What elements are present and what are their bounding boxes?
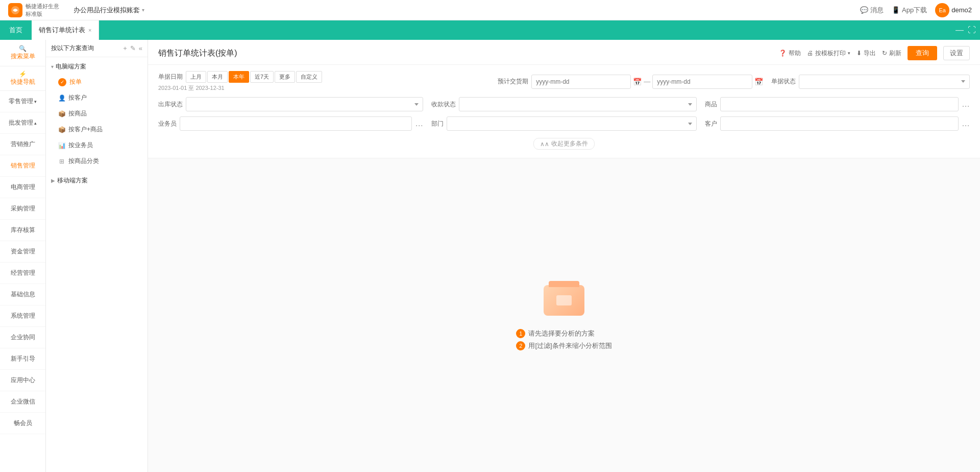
page-actions: ❓ 帮助 🖨 按模板打印 ▾ ⬇ 导出 ↻ 刷新 xyxy=(779,46,970,60)
product-label: 商品 xyxy=(705,100,717,109)
desktop-scheme-group: ▾ 电脑端方案 ✓ 按单 👤 按客户 📦 按商品 📦 按客户+商品 xyxy=(46,57,148,171)
dept-label: 部门 xyxy=(431,120,444,128)
sidebar-item-finance[interactable]: 资金管理 xyxy=(0,241,45,263)
scheme-item-by-customer-product[interactable]: 📦 按客户+商品 xyxy=(46,122,148,137)
collapse-icon: ∧∧ xyxy=(540,140,549,148)
customer-picker-button[interactable]: … xyxy=(962,119,970,128)
download-icon: 📱 xyxy=(892,6,900,14)
scheme-item-by-product[interactable]: 📦 按商品 xyxy=(46,106,148,122)
sidebar-item-inventory[interactable]: 库存核算 xyxy=(0,220,45,241)
query-button[interactable]: 查询 xyxy=(908,46,937,60)
left-panel-header: 按以下方案查询 + ✎ « xyxy=(46,40,148,57)
7days-button[interactable]: 近7天 xyxy=(250,71,274,83)
sidebar-item-purchase[interactable]: 采购管理 xyxy=(0,198,45,220)
product-input[interactable] xyxy=(720,97,959,111)
scheme-item-by-order[interactable]: ✓ 按单 xyxy=(46,74,148,90)
page-header: 销售订单统计表(按单) ❓ 帮助 🖨 按模板打印 ▾ ⬇ 导出 xyxy=(148,40,980,65)
curr-month-button[interactable]: 本月 xyxy=(207,71,228,83)
empty-tip-2: 2 用[过滤]条件来缩小分析范围 xyxy=(516,341,611,350)
expected-date-start[interactable] xyxy=(531,75,631,89)
sidebar-item-apps[interactable]: 应用中心 xyxy=(0,370,45,391)
sidebar-item-wechat[interactable]: 企业微信 xyxy=(0,391,45,413)
staff-picker-button[interactable]: … xyxy=(415,119,423,128)
settings-button[interactable]: 设置 xyxy=(943,46,970,60)
expected-date-end[interactable] xyxy=(652,75,752,89)
filter-customer: 客户 … xyxy=(705,116,970,131)
app-title-area[interactable]: 办公用品行业模拟账套 ▾ xyxy=(74,6,144,15)
product-icon: 📦 xyxy=(58,110,65,117)
tab-minimize-icon[interactable]: — xyxy=(955,26,964,35)
sidebar-item-basics[interactable]: 基础信息 xyxy=(0,284,45,305)
product-picker-button[interactable]: … xyxy=(962,100,970,109)
tab-active[interactable]: 销售订单统计表 × xyxy=(32,20,99,40)
filter-dept: 部门 xyxy=(431,116,696,131)
user-area[interactable]: Ea demo2 xyxy=(935,3,972,17)
scheme-active-icon: ✓ xyxy=(58,78,66,86)
filter-bill-status: 单据状态 xyxy=(771,75,970,89)
empty-tip-1: 1 请先选择要分析的方案 xyxy=(516,329,611,338)
prev-month-button[interactable]: 上月 xyxy=(186,71,206,83)
message-button[interactable]: 💬 消息 xyxy=(860,6,884,15)
scheme-item-by-staff[interactable]: 📊 按业务员 xyxy=(46,137,148,153)
empty-state: 1 请先选择要分析的方案 2 用[过滤]条件来缩小分析范围 xyxy=(148,158,980,472)
dept-select[interactable] xyxy=(447,116,696,131)
help-button[interactable]: ❓ 帮助 xyxy=(779,49,801,58)
sidebar-item-ecommerce[interactable]: 电商管理 xyxy=(0,177,45,198)
tab-close-icon[interactable]: × xyxy=(88,27,91,33)
curr-year-button[interactable]: 本年 xyxy=(229,71,249,83)
sidebar-search[interactable]: 🔍 搜索菜单 xyxy=(0,40,45,66)
collapse-panel-button[interactable]: « xyxy=(139,44,142,52)
collapse-button[interactable]: ∧∧ 收起更多条件 xyxy=(533,138,595,150)
sidebar-item-newbie[interactable]: 新手引导 xyxy=(0,348,45,370)
sidebar-item-system[interactable]: 系统管理 xyxy=(0,305,45,327)
sidebar-item-members[interactable]: 畅会员 xyxy=(0,413,45,434)
user-name: demo2 xyxy=(951,6,972,14)
filter-row-2: 出库状态 收款状态 商品 … xyxy=(158,97,970,111)
message-icon: 💬 xyxy=(860,6,868,14)
print-button[interactable]: 🖨 按模板打印 ▾ xyxy=(807,49,850,58)
filter-date: 单据日期 上月 本月 本年 近7天 更多 自定义 2023-01-0 xyxy=(158,71,489,92)
bill-status-select[interactable] xyxy=(799,75,970,89)
calendar-end-icon[interactable]: 📅 xyxy=(754,78,763,86)
date-dash: — xyxy=(644,78,650,85)
export-button[interactable]: ⬇ 导出 xyxy=(856,49,876,58)
chevron-icon: ▾ xyxy=(34,99,37,104)
group-arrow-icon: ▾ xyxy=(51,64,54,69)
calendar-start-icon[interactable]: 📅 xyxy=(633,78,642,86)
staff-input[interactable] xyxy=(180,116,412,131)
sidebar-item-wholesale[interactable]: 批发管理 ▴ xyxy=(0,112,45,134)
tab-expand-icon[interactable]: ⛶ xyxy=(968,26,976,35)
sidebar-item-operations[interactable]: 经营管理 xyxy=(0,263,45,284)
sidebar-item-marketing[interactable]: 营销推广 xyxy=(0,134,45,155)
mobile-group-arrow-icon: ▶ xyxy=(51,178,55,183)
scheme-item-by-category[interactable]: ⊞ 按商品分类 xyxy=(46,153,148,169)
refresh-button[interactable]: ↻ 刷新 xyxy=(882,49,901,58)
staff-icon: 📊 xyxy=(58,142,65,149)
app-download-button[interactable]: 📱 App下载 xyxy=(892,6,927,15)
more-button[interactable]: 更多 xyxy=(275,71,295,83)
scheme-item-by-customer[interactable]: 👤 按客户 xyxy=(46,90,148,106)
sidebar-quick-nav[interactable]: ⚡ 快捷导航 xyxy=(0,66,45,91)
sidebar: 🔍 搜索菜单 ⚡ 快捷导航 零售管理 ▾ 批发管理 ▴ 营销推广 销售管理 电商… xyxy=(0,40,46,472)
tab-home[interactable]: 首页 xyxy=(0,20,32,40)
expected-date-range: 📅 — 📅 xyxy=(531,75,763,89)
pay-status-select[interactable] xyxy=(459,97,696,111)
customer-input[interactable] xyxy=(720,116,959,131)
empty-box-inner xyxy=(556,295,572,305)
empty-tips: 1 请先选择要分析的方案 2 用[过滤]条件来缩小分析范围 xyxy=(516,329,611,350)
print-arrow-icon: ▾ xyxy=(848,51,850,56)
customer-icon: 👤 xyxy=(58,95,65,102)
expected-date-label: 预计交货期 xyxy=(498,77,528,86)
custom-button[interactable]: 自定义 xyxy=(296,71,322,83)
desktop-group-title[interactable]: ▾ 电脑端方案 xyxy=(46,59,148,74)
ship-status-select[interactable] xyxy=(186,97,423,111)
tab-label: 销售订单统计表 xyxy=(39,26,85,35)
sidebar-item-enterprise[interactable]: 企业协同 xyxy=(0,327,45,348)
main-layout: 🔍 搜索菜单 ⚡ 快捷导航 零售管理 ▾ 批发管理 ▴ 营销推广 销售管理 电商… xyxy=(0,40,980,472)
mobile-group-title[interactable]: ▶ 移动端方案 xyxy=(46,173,148,188)
sidebar-item-retail[interactable]: 零售管理 ▾ xyxy=(0,91,45,112)
edit-scheme-button[interactable]: ✎ xyxy=(130,44,136,52)
add-scheme-button[interactable]: + xyxy=(123,44,127,52)
sidebar-item-sales[interactable]: 销售管理 xyxy=(0,155,45,177)
page-title: 销售订单统计表(按单) xyxy=(158,48,237,59)
